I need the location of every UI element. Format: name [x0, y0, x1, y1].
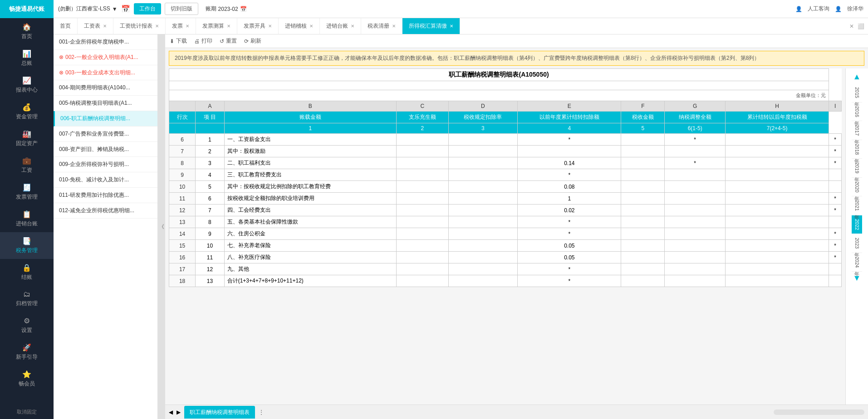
col-g[interactable] [665, 181, 726, 193]
col-f[interactable] [621, 263, 665, 275]
col-e[interactable]: * [518, 263, 621, 275]
col-f[interactable] [621, 252, 665, 263]
form-list-item-010[interactable]: 010-免税、减计收入及加计... [54, 172, 157, 188]
col-g[interactable]: * [665, 134, 726, 146]
col-d[interactable] [448, 157, 518, 169]
tab-close-tax-clearance-tab[interactable]: ✕ [392, 24, 396, 29]
sidebar-item-guide[interactable]: 🚀新手引导 [0, 339, 54, 365]
tab-close-invoice-open-tab[interactable]: ✕ [268, 24, 272, 29]
col-h[interactable] [726, 146, 829, 157]
col-h[interactable] [726, 275, 829, 287]
tab-tax-clearance-tab[interactable]: 税表清册✕ [361, 18, 402, 34]
sidebar-item-sales-ledger[interactable]: 📋进销台账 [0, 205, 54, 232]
col-i[interactable]: * [829, 157, 842, 169]
sidebar-item-payroll[interactable]: 💼工资 [0, 152, 54, 179]
col-f[interactable] [621, 216, 665, 228]
col-d[interactable] [448, 228, 518, 240]
tab-invoice-calc-tab[interactable]: 发票测算✕ [196, 18, 237, 34]
sidebar-item-tax-mgmt[interactable]: 📑税务管理 [0, 232, 54, 259]
col-d[interactable] [448, 240, 518, 252]
col-g[interactable]: * [665, 157, 726, 169]
col-c[interactable] [396, 134, 448, 146]
year-item-2017年[interactable]: 2017年 [852, 121, 862, 140]
tab-home-tab[interactable]: 首页 [54, 18, 78, 34]
col-e[interactable]: 0.14 [518, 157, 621, 169]
col-i[interactable]: * [829, 228, 842, 240]
form-list-item-005[interactable]: 005-纳税调整项目明细表(A1... [54, 96, 157, 111]
col-h[interactable] [726, 205, 829, 216]
col-i[interactable]: * [829, 240, 842, 252]
company-dropdown-icon[interactable]: ▼ [112, 6, 118, 12]
close-all-icon[interactable]: ✕ [849, 23, 854, 29]
col-h[interactable] [726, 193, 829, 205]
tab-payroll-tab[interactable]: 工资表✕ [78, 18, 113, 34]
tab-close-payroll-stats-tab[interactable]: ✕ [155, 24, 159, 29]
scroll-left-icon[interactable]: ◀ [169, 409, 173, 415]
col-e[interactable]: * [518, 169, 621, 181]
year-item-2023年[interactable]: 2023年 [852, 234, 862, 253]
period-calendar-icon[interactable]: 📅 [240, 6, 247, 12]
tab-close-purchase-ledger-tab[interactable]: ✕ [351, 24, 354, 29]
col-e[interactable]: 0.05 [518, 240, 621, 252]
col-f[interactable] [621, 228, 665, 240]
col-d[interactable] [448, 263, 518, 275]
col-c[interactable] [396, 252, 448, 263]
form-list-item-012[interactable]: 012-减免企业所得税优惠明细... [54, 203, 157, 219]
print-button[interactable]: 🖨 打印 [194, 37, 212, 45]
year-item-2024年[interactable]: 2024年 [852, 253, 862, 272]
col-f[interactable] [621, 240, 665, 252]
col-f[interactable] [621, 134, 665, 146]
scroll-bar-area[interactable] [774, 409, 864, 415]
year-item-2020年[interactable]: 2020年 [852, 178, 862, 196]
tab-close-payroll-tab[interactable]: ✕ [103, 24, 107, 29]
col-g[interactable] [665, 205, 726, 216]
sidebar-item-vip[interactable]: ⭐畅会员 [0, 365, 54, 392]
col-f[interactable] [621, 157, 665, 169]
back-old-button[interactable]: 切到旧版 [165, 3, 198, 15]
bottom-sheet-tab[interactable]: 职工薪酬纳税调整明细表 [184, 406, 255, 419]
col-c[interactable] [396, 216, 448, 228]
workbench-button[interactable]: 工作台 [134, 3, 161, 15]
form-list-item-011[interactable]: 011-研发费用加计扣除优惠... [54, 188, 157, 203]
col-e[interactable]: * [518, 275, 621, 287]
col-i[interactable]: * [829, 252, 842, 263]
col-f[interactable] [621, 275, 665, 287]
col-c[interactable] [396, 146, 448, 157]
col-d[interactable] [448, 275, 518, 287]
col-d[interactable] [448, 181, 518, 193]
user-label[interactable]: 徐泽华 [847, 5, 863, 13]
form-list-item-009[interactable]: 009-企业所得税弥补亏损明... [54, 157, 157, 172]
col-f[interactable] [621, 169, 665, 181]
sidebar-item-reports[interactable]: 📈报表中心 [0, 72, 54, 98]
year-item-2021年[interactable]: 2021年 [852, 196, 862, 215]
col-e[interactable]: 1 [518, 193, 621, 205]
col-i[interactable] [829, 169, 842, 181]
col-d[interactable] [448, 193, 518, 205]
year-item-2022年[interactable]: 2022年 [852, 215, 862, 234]
sidebar-item-settings[interactable]: ⚙设置 [0, 312, 54, 339]
col-g[interactable] [665, 240, 726, 252]
form-list-item-002[interactable]: ⊗002-一般企业收入明细表(A1... [54, 50, 157, 65]
col-h[interactable] [726, 252, 829, 263]
sheet-options-icon[interactable]: ⋮ [259, 409, 264, 415]
tab-close-invoice-calc-tab[interactable]: ✕ [227, 24, 230, 29]
tab-purchase-ledger-tab[interactable]: 进销台账✕ [320, 18, 361, 34]
col-c[interactable] [396, 228, 448, 240]
col-h[interactable] [726, 157, 829, 169]
col-i[interactable]: * [829, 134, 842, 146]
reset-button[interactable]: ↺ 重置 [220, 37, 237, 45]
col-i[interactable]: * [829, 146, 842, 157]
col-d[interactable] [448, 252, 518, 263]
form-list-item-003[interactable]: ⊗003-一般企业成本支出明细... [54, 65, 157, 81]
col-g[interactable] [665, 216, 726, 228]
year-item-2015年[interactable]: 2015年 [852, 83, 862, 102]
col-c[interactable] [396, 205, 448, 216]
col-i[interactable] [829, 181, 842, 193]
col-c[interactable] [396, 157, 448, 169]
col-c[interactable] [396, 181, 448, 193]
col-g[interactable] [665, 252, 726, 263]
col-d[interactable] [448, 146, 518, 157]
tab-invoice-open-tab[interactable]: 发票开具✕ [237, 18, 279, 34]
refresh-button[interactable]: ⟳ 刷新 [244, 37, 261, 45]
collapse-panel-button[interactable]: 《 [158, 34, 165, 419]
